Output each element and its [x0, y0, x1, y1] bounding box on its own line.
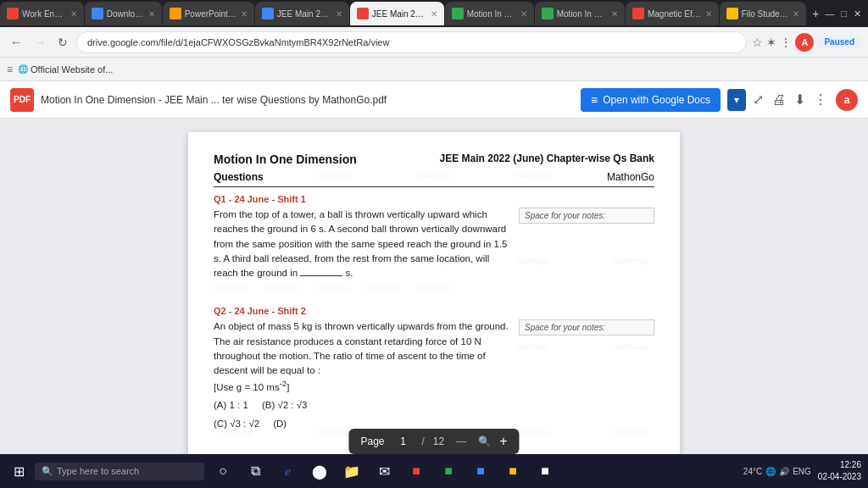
google-docs-icon: ≡ — [591, 93, 598, 107]
bookmarks-toggle[interactable]: ≡ — [7, 64, 13, 75]
tab-favicon — [632, 8, 644, 19]
tab-label: Work Energy — [22, 9, 67, 19]
taskbar-icon-app5[interactable]: ■ — [530, 456, 560, 486]
search-button[interactable]: 🔍 — [478, 435, 491, 447]
q2-option-d: (D) — [273, 417, 287, 431]
more-options-icon[interactable]: ⋮ — [814, 92, 827, 108]
tab-close-icon[interactable]: ✕ — [793, 9, 799, 19]
maximize-button[interactable]: □ — [841, 8, 847, 19]
reload-button[interactable]: ↻ — [54, 32, 71, 53]
bookmark-icon[interactable]: ☆ — [752, 36, 763, 49]
tab-close-icon[interactable]: ✕ — [336, 9, 342, 19]
start-button[interactable]: ⊞ — [7, 460, 31, 483]
tab-favicon — [452, 8, 464, 19]
tab-favicon — [7, 8, 19, 19]
tab-label: Motion In Tw... — [467, 9, 517, 19]
doc-title-area: PDF Motion In One Dimension - JEE Main .… — [10, 88, 574, 112]
windows-taskbar: ⊞ 🔍 Type here to search ○ ⧉ 𝑒 ⬤ 📁 ✉ ■ ■ … — [0, 454, 868, 488]
print-icon[interactable]: 🖨 — [772, 92, 786, 108]
tab-favicon — [357, 8, 369, 19]
tab-close-icon[interactable]: ✕ — [705, 9, 712, 19]
taskbar-icon-chrome[interactable]: ⬤ — [304, 456, 335, 486]
tab-close-icon[interactable]: ✕ — [70, 9, 77, 19]
new-tab-button[interactable]: + — [807, 3, 824, 24]
tab-close-icon[interactable]: ✕ — [431, 9, 437, 19]
open-with-dropdown-button[interactable]: ▾ — [727, 89, 746, 111]
page-number-input[interactable] — [392, 435, 413, 447]
share-icon[interactable]: ⤢ — [753, 92, 764, 108]
tab-bar: Work Energy ✕ Downloads ✕ PowerPoint P..… — [0, 0, 868, 27]
tab-t3[interactable]: PowerPoint P... ✕ — [163, 2, 254, 25]
search-icon: 🔍 — [42, 466, 53, 477]
taskbar-icon-edge[interactable]: 𝑒 — [272, 456, 303, 486]
blank-answer — [300, 275, 342, 276]
tab-t1[interactable]: Work Energy ✕ — [0, 2, 84, 25]
taskbar-icon-app4[interactable]: ■ — [498, 456, 528, 486]
tab-label: JEE Main 202... — [277, 9, 332, 19]
tab-t5[interactable]: JEE Main 202... ✕ — [350, 2, 444, 25]
tab-favicon — [262, 8, 274, 19]
tab-close-icon[interactable]: ✕ — [241, 9, 248, 19]
address-bar: ← → ↻ ☆ ✶ ⋮ A Paused — [0, 27, 868, 58]
tab-t7[interactable]: Motion In On... ✕ — [535, 2, 625, 25]
tab-label: PowerPoint P... — [185, 9, 237, 19]
doc-toolbar: PDF Motion In One Dimension - JEE Main .… — [0, 81, 868, 119]
tab-t8[interactable]: Magnetic Effe... ✕ — [626, 2, 719, 25]
q2-option-c: (C) √3 : √2 — [214, 417, 259, 431]
tab-favicon — [542, 8, 554, 19]
pdf-icon: PDF — [10, 88, 34, 112]
network-icon: 🌐 — [765, 467, 776, 476]
menu-icon[interactable]: ⋮ — [780, 36, 792, 49]
tab-favicon — [170, 8, 181, 19]
pdf-header: Motion In One Dimension JEE Main 2022 (J… — [214, 152, 654, 166]
minimize-button[interactable]: — — [825, 8, 834, 19]
taskbar-icon-task-view[interactable]: ⧉ — [240, 456, 270, 486]
taskbar-right: 24°C 🌐 🔊 ENG 12:26 02-04-2023 — [743, 459, 861, 483]
open-with-google-docs-button[interactable]: ≡ Open with Google Docs — [581, 88, 721, 112]
pdf-page: mathongo mathongo mathongo mathongo math… — [188, 132, 680, 474]
volume-icon: 🔊 — [779, 467, 789, 476]
page-total: 12 — [433, 435, 444, 447]
taskbar-icon-cortana[interactable]: ○ — [208, 456, 238, 486]
tab-t6[interactable]: Motion In Tw... ✕ — [445, 2, 534, 25]
pdf-brand: MathonGo — [607, 171, 654, 183]
taskbar-icon-folder[interactable]: 📁 — [337, 456, 367, 486]
download-icon[interactable]: ⬇ — [794, 92, 805, 108]
search-bar[interactable]: 🔍 Type here to search — [35, 463, 204, 480]
bookmark-official-website[interactable]: 🌐 Official Website of... — [18, 64, 113, 75]
taskbar-icon-app1[interactable]: ■ — [401, 456, 431, 486]
zoom-minus-button[interactable]: — — [456, 435, 466, 447]
pdf-container: mathongo mathongo mathongo mathongo math… — [0, 119, 868, 488]
doc-title: Motion In One Dimension - JEE Main ... t… — [41, 94, 387, 106]
back-button[interactable]: ← — [7, 32, 25, 53]
taskbar-icon-app2[interactable]: ■ — [433, 456, 464, 486]
account-icon[interactable]: A — [795, 33, 814, 52]
taskbar-icon-app3[interactable]: ■ — [465, 456, 496, 486]
question-2: Q2 - 24 June - Shift 2 An object of mass… — [214, 306, 654, 431]
tab-label: Motion In On... — [557, 9, 608, 19]
reach-ground-highlight: reach the ground — [407, 239, 481, 249]
q2-option-a: (A) 1 : 1 — [214, 398, 248, 413]
tab-t4[interactable]: JEE Main 202... ✕ — [255, 2, 349, 25]
tab-close-icon[interactable]: ✕ — [611, 9, 618, 19]
language: ENG — [793, 467, 811, 476]
pdf-content: Motion In One Dimension JEE Main 2022 (J… — [214, 152, 654, 431]
bookmark-favicon: 🌐 — [18, 64, 28, 74]
avatar[interactable]: a — [836, 89, 858, 111]
tab-close-icon[interactable]: ✕ — [148, 9, 155, 19]
tab-t9[interactable]: Filo Student... ✕ — [720, 2, 807, 25]
close-button[interactable]: ✕ — [854, 8, 861, 19]
pdf-subtitle: JEE Main 2022 (June) Chapter-wise Qs Ban… — [440, 152, 654, 164]
taskbar-icon-mail[interactable]: ✉ — [369, 456, 399, 486]
tab-close-icon[interactable]: ✕ — [520, 9, 527, 19]
pdf-page-bar: Page / 12 — 🔍 + — [348, 429, 519, 454]
star-icon[interactable]: ✶ — [766, 36, 776, 49]
tab-label: Downloads — [107, 9, 145, 19]
tab-label: Filo Student... — [742, 9, 790, 19]
tab-label: JEE Main 202... — [372, 9, 427, 19]
forward-button[interactable]: → — [31, 32, 49, 53]
q2-text: An object of mass 5 kg is thrown vertica… — [214, 319, 509, 431]
tab-t2[interactable]: Downloads ✕ — [85, 2, 162, 25]
address-input[interactable] — [76, 31, 747, 53]
zoom-plus-button[interactable]: + — [499, 434, 507, 449]
